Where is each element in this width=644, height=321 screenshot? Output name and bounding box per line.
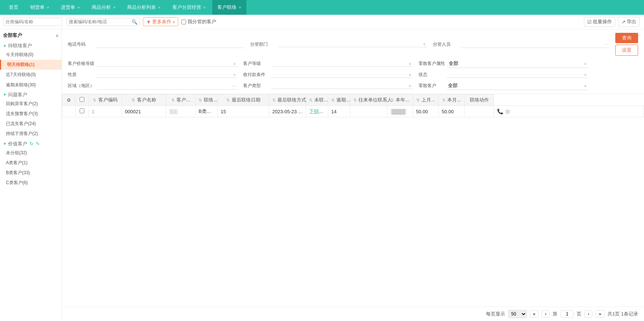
sidebar-collapse-icon[interactable]: « [56, 32, 59, 38]
sidebar-problem-group: ▼ 问题客户 [0, 90, 62, 99]
filter-icon: ▼ [146, 19, 151, 25]
chevron-down-icon-7: ∨ [584, 73, 587, 77]
filter-region-select[interactable]: ··· [97, 82, 237, 90]
page-input[interactable] [560, 310, 574, 318]
col-last-method-header: ⇅ 最后联络方式 [269, 94, 306, 106]
my-customers-toggle[interactable]: 我分管的客户 [181, 18, 216, 25]
nav-product-analysis-list[interactable]: 商品分析列表 × [122, 0, 165, 15]
per-page-select[interactable]: 50 100 200 [508, 310, 527, 318]
chevron-down-icon-8: ∨ [409, 84, 411, 88]
sidebar-item-tomorrow[interactable]: 明天待联络(1) [0, 60, 62, 70]
pagination-footer: 每页显示 50 100 200 « ‹ 第 页 › » 共1页 1条记录 [62, 307, 644, 321]
search-input[interactable] [69, 19, 130, 24]
sort-icon-4[interactable]: ⇅ [199, 98, 202, 102]
settings-button[interactable]: 设置 [615, 45, 638, 56]
filter-customer-level: 客户等级 ∨ [243, 61, 413, 67]
sidebar-item-class-b[interactable]: B类客户(33) [0, 168, 62, 178]
sidebar-item-ungrouped[interactable]: 未分组(32) [0, 148, 62, 158]
filter-customer-type-label: 客户类型 [243, 83, 269, 89]
nav-sales[interactable]: 销货单 × [25, 0, 54, 15]
nav-product-analysis-list-close[interactable]: × [158, 5, 160, 10]
nav-customer-tier[interactable]: 客户分层经营 × [167, 0, 211, 15]
sort-icon-3[interactable]: ⇅ [171, 98, 175, 102]
query-button[interactable]: 查询 [615, 33, 638, 43]
sort-icon-12[interactable]: ⇅ [442, 98, 445, 102]
row-this-month-cell [465, 106, 494, 117]
filter-retail-attr-select[interactable]: 全部 ∨ [447, 59, 588, 68]
sort-icon-6[interactable]: ⇅ [272, 98, 276, 102]
filter-status-select[interactable]: ∨ [447, 72, 588, 78]
sidebar-item-repurchase[interactable]: 回购异常客户(2) [0, 99, 62, 109]
sidebar-value-group: ▼ 价值客户 ↻ ✎ [0, 139, 62, 148]
dots-icon-2[interactable]: ··· [232, 83, 236, 89]
search-icon-btn[interactable]: 🔍 [132, 19, 137, 25]
sidebar-item-churned[interactable]: 已流失客户(24) [0, 119, 62, 129]
nav-customer-contact-close[interactable]: × [239, 5, 241, 10]
sidebar-item-overdue[interactable]: 逾期未联络(30) [0, 80, 62, 90]
sort-icon-5[interactable]: ⇅ [226, 98, 230, 102]
sort-icon-9[interactable]: ⇅ [353, 98, 357, 102]
sidebar-search-input[interactable] [3, 18, 62, 26]
nav-purchase[interactable]: 进货单 × [56, 0, 85, 15]
row-person-cell: ████ [387, 106, 413, 117]
filter-customer-level-select[interactable]: ∨ [271, 61, 413, 67]
select-all-checkbox[interactable] [80, 97, 84, 102]
sort-icon[interactable]: ⇅ [93, 98, 96, 102]
filter-payment-select[interactable]: ∨ [271, 72, 413, 78]
contact-person-blurred: ████ [390, 109, 407, 114]
prev-page-btn[interactable]: ‹ [542, 310, 550, 318]
filter-btn[interactable]: ▼ 更多条件 ∧ [143, 17, 178, 26]
filter-phone: 电话号码 [68, 41, 244, 48]
filter-phone-input[interactable] [96, 41, 244, 48]
sidebar-item-today[interactable]: 今天待联络(0) [0, 50, 62, 60]
nav-product-analysis-close[interactable]: × [113, 5, 115, 10]
col-code-header: ⇅ 客户编码 [89, 94, 122, 106]
last-method-link[interactable]: 下销货单 [309, 108, 328, 114]
nav-home[interactable]: 首页 [4, 0, 24, 15]
settings-icon[interactable]: ⚙ [67, 97, 71, 103]
col-settings-header[interactable]: ⚙ [62, 94, 76, 106]
sort-icon-11[interactable]: ⇅ [416, 98, 420, 102]
filter-manager-select[interactable]: ··· [461, 41, 609, 48]
nav-sales-close[interactable]: × [47, 5, 49, 10]
filter-customer-type-select[interactable]: ∨ [271, 83, 413, 89]
filter-retail-customer-select[interactable]: 全部 ∨ [447, 82, 588, 90]
sidebar-item-class-c[interactable]: C类客户(6) [0, 178, 62, 188]
col-check-header[interactable] [76, 94, 89, 106]
nav-product-analysis[interactable]: 商品分析 × [87, 0, 120, 15]
filter-retail-customer-label: 零散客户 [419, 83, 444, 89]
first-page-btn[interactable]: « [530, 310, 539, 318]
my-customers-checkbox[interactable] [181, 20, 186, 24]
batch-btn[interactable]: ☑ 批量操作 [584, 17, 615, 27]
filter-gender-select[interactable]: ∨ [96, 72, 237, 78]
nav-purchase-close[interactable]: × [77, 5, 80, 10]
col-overdue-header: ⇅ 逾期... [328, 94, 350, 106]
filter-price-level-select[interactable]: ∨ [97, 61, 237, 67]
value-group-edit-icon[interactable]: ✎ [36, 141, 40, 146]
nav-customer-contact[interactable]: 客户联络 × [212, 0, 246, 15]
sidebar-item-class-a[interactable]: A类客户(1) [0, 158, 62, 168]
export-btn[interactable]: ↗ 导出 [618, 17, 640, 27]
sort-icon-10[interactable]: ⇅ [391, 98, 394, 102]
last-page-btn[interactable]: » [595, 310, 605, 318]
grid-icon[interactable]: ⊞ [505, 108, 510, 114]
row-checkbox[interactable] [80, 108, 84, 113]
filter-dept-select[interactable]: ∨ [278, 41, 427, 47]
chevron-down-icon-4: ∨ [584, 62, 587, 66]
value-group-refresh-icon[interactable]: ↻ [29, 141, 34, 146]
sidebar-item-churn-warning[interactable]: 流失预警客户(3) [0, 109, 62, 119]
sort-icon-8[interactable]: ⇅ [331, 98, 335, 102]
sidebar-item-7days[interactable]: 近7天待联络(0) [0, 70, 62, 80]
sidebar-all-customers[interactable]: 全部客户 « [0, 29, 62, 40]
phone-icon[interactable]: 📞 [497, 108, 503, 114]
dots-icon[interactable]: ··· [604, 41, 608, 47]
nav-customer-tier-close[interactable]: × [203, 5, 206, 10]
col-contact-header: ⇅ 联络... [196, 94, 218, 106]
filter-phone-label: 电话号码 [68, 41, 94, 48]
next-page-btn[interactable]: › [584, 310, 592, 318]
sort-icon-7[interactable]: ⇅ [309, 98, 312, 102]
filter-row-4: 区域（地区） ··· 客户类型 ∨ 零散客户 全部 [68, 82, 638, 90]
chevron-down-icon-6: ∨ [409, 73, 411, 77]
sort-icon-2[interactable]: ⇅ [132, 98, 135, 102]
sidebar-item-declining[interactable]: 持续下滑客户(2) [0, 129, 62, 139]
